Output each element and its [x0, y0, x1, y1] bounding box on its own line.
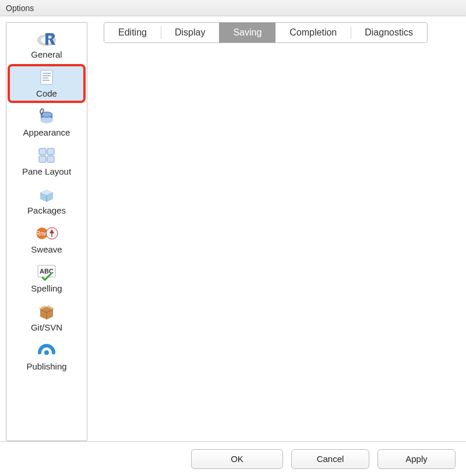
main-panel: Editing Display Saving Completion Diagno… — [96, 22, 460, 441]
apply-button[interactable]: Apply — [377, 449, 456, 469]
sidebar-item-git-svn[interactable]: Git/SVN — [6, 298, 87, 337]
svg-rect-13 — [47, 156, 54, 162]
paint-bucket-icon — [35, 106, 58, 126]
r-logo-icon — [35, 29, 58, 48]
line-ending-value: Platform Native — [211, 137, 292, 147]
package-open-icon — [35, 301, 58, 321]
sidebar-item-publishing[interactable]: Publishing — [6, 337, 87, 376]
checkbox-icon[interactable] — [112, 91, 122, 101]
svg-rect-11 — [47, 148, 54, 155]
titlebar: Options — [0, 0, 466, 16]
sidebar-item-label: General — [31, 49, 62, 59]
sidebar-item-sweave[interactable]: Rnw Sweave — [6, 220, 87, 259]
sidebar-item-pane-layout[interactable]: Pane Layout — [6, 142, 87, 181]
saving-panel: General Ensure that source files end wit… — [96, 31, 460, 441]
svg-rect-2 — [41, 70, 52, 84]
line-ending-select[interactable]: Platform Native — [210, 133, 305, 150]
tab-completion[interactable]: Completion — [276, 23, 351, 42]
spellcheck-icon: ABC — [35, 262, 58, 282]
tab-saving[interactable]: Saving — [219, 23, 276, 42]
cancel-button[interactable]: Cancel — [291, 449, 369, 469]
dialog-footer: OK Cancel Apply — [0, 441, 466, 476]
strip-whitespace-row[interactable]: Strip trailing horizontal whitespace whe… — [112, 91, 448, 101]
sidebar-item-general[interactable]: General — [6, 25, 87, 64]
ok-button[interactable]: OK — [191, 449, 283, 469]
line-ending-row: Line ending conversion: Platform Native — [112, 133, 448, 150]
sidebar-item-label: Appearance — [23, 127, 70, 137]
sidebar-item-appearance[interactable]: Appearance — [6, 103, 87, 142]
document-icon — [35, 68, 58, 87]
sidebar-item-packages[interactable]: Packages — [6, 181, 87, 220]
serialization-heading: Serialization — [108, 116, 448, 126]
sweave-icon: Rnw — [35, 223, 58, 243]
checkbox-icon[interactable] — [112, 73, 122, 83]
encoding-label: Default text encoding: — [118, 164, 437, 174]
select-arrows-icon — [292, 134, 304, 149]
panes-icon — [35, 145, 58, 165]
tab-diagnostics[interactable]: Diagnostics — [351, 23, 427, 42]
general-heading: General — [108, 55, 448, 66]
tabbar: Editing Display Saving Completion Diagno… — [104, 22, 428, 43]
tab-display[interactable]: Display — [161, 23, 219, 42]
svg-text:ABC: ABC — [40, 268, 54, 275]
svg-rect-10 — [39, 148, 46, 155]
ensure-newline-label: Ensure that source files end with newlin… — [126, 73, 285, 83]
strip-whitespace-label: Strip trailing horizontal whitespace whe… — [126, 91, 310, 101]
sidebar-item-spelling[interactable]: ABC Spelling — [6, 259, 87, 298]
sidebar-item-label: Pane Layout — [22, 166, 71, 176]
sidebar-item-code[interactable]: Code — [8, 64, 86, 103]
default-encoding-group: Default text encoding: Change... — [108, 155, 448, 210]
sidebar-item-label: Code — [36, 88, 57, 98]
svg-point-20 — [44, 350, 49, 355]
sidebar-item-label: Spelling — [31, 283, 62, 293]
box-icon — [35, 184, 58, 204]
window-title: Options — [6, 3, 34, 13]
svg-rect-12 — [39, 156, 46, 162]
publishing-icon — [35, 340, 58, 360]
sidebar-item-label: Git/SVN — [31, 322, 62, 332]
options-sidebar: General Code — [6, 22, 87, 441]
encoding-input[interactable] — [118, 180, 370, 197]
ensure-newline-row[interactable]: Ensure that source files end with newlin… — [112, 73, 448, 83]
change-button[interactable]: Change... — [377, 179, 437, 198]
sidebar-item-label: Publishing — [26, 361, 66, 371]
tab-editing[interactable]: Editing — [104, 23, 161, 42]
body-area: General Code — [0, 16, 466, 441]
line-ending-label: Line ending conversion: — [112, 137, 204, 147]
options-window: Options General — [0, 0, 466, 476]
sidebar-item-label: Packages — [27, 205, 66, 215]
sidebar-item-label: Sweave — [31, 244, 62, 254]
